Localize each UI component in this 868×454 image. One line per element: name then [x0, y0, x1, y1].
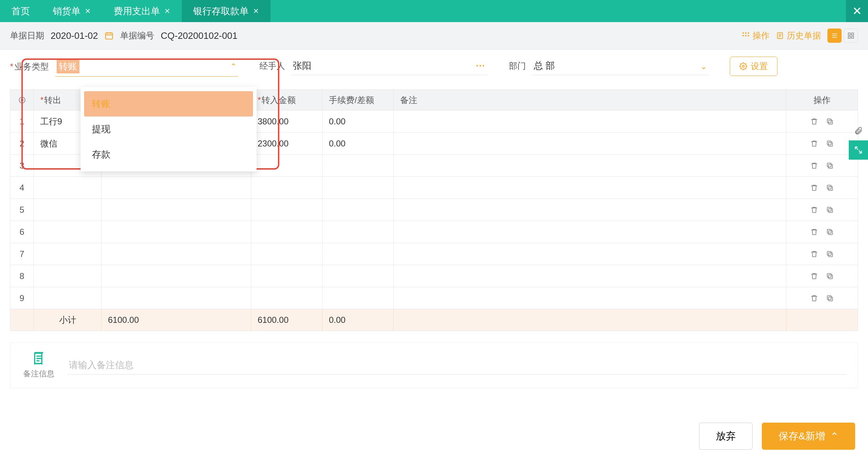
- cell-in-amount[interactable]: 2300.00: [251, 133, 322, 154]
- delete-row-icon[interactable]: [810, 272, 818, 280]
- cell-fee[interactable]: [322, 265, 394, 287]
- cell-fee[interactable]: [322, 177, 394, 198]
- cell-out-amount[interactable]: [102, 287, 251, 309]
- cell-fee[interactable]: [322, 155, 394, 176]
- attachment-icon[interactable]: [849, 121, 868, 140]
- copy-row-icon[interactable]: [826, 140, 834, 148]
- copy-row-icon[interactable]: [826, 206, 834, 214]
- dropdown-option-withdraw[interactable]: 提现: [84, 117, 253, 142]
- cell-in-amount[interactable]: [251, 221, 322, 243]
- svg-rect-24: [827, 207, 831, 211]
- tab-bank-transfer[interactable]: 银行存取款单✕: [182, 0, 270, 22]
- delete-row-icon[interactable]: [810, 294, 818, 302]
- chevron-up-icon: ⌃: [230, 62, 237, 71]
- cell-out-amount[interactable]: [102, 199, 251, 221]
- history-button[interactable]: 历史单据: [776, 30, 821, 41]
- cell-remark[interactable]: [394, 110, 786, 132]
- cell-in-amount[interactable]: [251, 287, 322, 309]
- copy-row-icon[interactable]: [826, 228, 834, 236]
- copy-row-icon[interactable]: [826, 118, 834, 125]
- column-config-button[interactable]: [10, 90, 34, 110]
- save-add-button[interactable]: 保存&新增⌃: [762, 423, 855, 450]
- calendar-icon[interactable]: [104, 31, 114, 40]
- cell-fee[interactable]: [322, 287, 394, 309]
- close-all-button[interactable]: ✕: [846, 0, 868, 22]
- settings-button[interactable]: 设置: [730, 57, 777, 76]
- cell-in-amount[interactable]: [251, 265, 322, 287]
- copy-row-icon[interactable]: [826, 250, 834, 258]
- cell-out-account[interactable]: [34, 177, 102, 198]
- delete-row-icon[interactable]: [810, 206, 818, 214]
- copy-row-icon[interactable]: [826, 162, 834, 170]
- svg-point-14: [19, 97, 25, 103]
- cell-fee[interactable]: [322, 199, 394, 221]
- cell-fee[interactable]: 0.00: [322, 110, 394, 132]
- tab-home[interactable]: 首页: [0, 0, 41, 22]
- handler-select[interactable]: 张阳 ⋯: [291, 57, 487, 75]
- cell-out-account[interactable]: [34, 221, 102, 243]
- close-icon[interactable]: ✕: [164, 7, 170, 15]
- docno-label: 单据编号: [120, 30, 154, 41]
- delete-row-icon[interactable]: [810, 140, 818, 148]
- copy-row-icon[interactable]: [826, 272, 834, 280]
- copy-row-icon[interactable]: [826, 294, 834, 302]
- footer: 放弃 保存&新增⌃: [0, 418, 868, 454]
- copy-row-icon[interactable]: [826, 184, 834, 192]
- cell-out-amount[interactable]: [102, 243, 251, 265]
- cell-out-amount[interactable]: [102, 221, 251, 243]
- cell-out-amount[interactable]: [102, 265, 251, 287]
- settings-label: 设置: [751, 61, 768, 72]
- cell-fee[interactable]: [322, 243, 394, 265]
- row-index: 7: [10, 243, 34, 265]
- cell-remark[interactable]: [394, 133, 786, 154]
- cell-remark[interactable]: [394, 265, 786, 287]
- remark-input[interactable]: [67, 356, 847, 375]
- dropdown-option-transfer[interactable]: 转账: [84, 91, 253, 117]
- tab-expense[interactable]: 费用支出单✕: [102, 0, 182, 22]
- cell-remark[interactable]: [394, 155, 786, 176]
- cell-in-amount[interactable]: [251, 199, 322, 221]
- cell-in-amount[interactable]: 3800.00: [251, 110, 322, 132]
- date-value[interactable]: 2020-01-02: [51, 30, 98, 41]
- cell-in-amount[interactable]: [251, 177, 322, 198]
- tab-label: 银行存取款单: [193, 5, 249, 17]
- svg-rect-11: [852, 36, 854, 38]
- cell-remark[interactable]: [394, 243, 786, 265]
- handler-value: 张阳: [293, 60, 311, 72]
- close-icon[interactable]: ✕: [85, 7, 91, 15]
- cell-fee[interactable]: [322, 221, 394, 243]
- cell-out-account[interactable]: [34, 199, 102, 221]
- close-icon[interactable]: ✕: [253, 7, 259, 15]
- svg-point-13: [21, 99, 23, 101]
- view-grid-button[interactable]: [844, 29, 858, 43]
- cell-remark[interactable]: [394, 287, 786, 309]
- expand-icon[interactable]: [849, 140, 868, 160]
- tab-sales[interactable]: 销货单✕: [41, 0, 102, 22]
- delete-row-icon[interactable]: [810, 250, 818, 258]
- dept-select[interactable]: 总 部 ⌃: [532, 57, 708, 75]
- delete-row-icon[interactable]: [810, 118, 818, 125]
- view-list-button[interactable]: [827, 29, 842, 43]
- biz-type-select[interactable]: 转账 ⌃: [55, 57, 238, 77]
- delete-row-icon[interactable]: [810, 162, 818, 170]
- subtotal-in-amt: 6100.00: [251, 309, 322, 331]
- delete-row-icon[interactable]: [810, 228, 818, 236]
- cell-out-account[interactable]: [34, 287, 102, 309]
- delete-row-icon[interactable]: [810, 184, 818, 192]
- svg-rect-20: [827, 163, 831, 167]
- history-label: 历史单据: [787, 30, 821, 41]
- biz-type-label: *业务类型: [10, 61, 49, 72]
- cell-remark[interactable]: [394, 199, 786, 221]
- cell-in-amount[interactable]: [251, 155, 322, 176]
- cell-out-account[interactable]: [34, 265, 102, 287]
- cell-remark[interactable]: [394, 177, 786, 198]
- dropdown-option-deposit[interactable]: 存款: [84, 142, 253, 167]
- cell-ops: [786, 243, 858, 265]
- cell-out-account[interactable]: [34, 243, 102, 265]
- cell-in-amount[interactable]: [251, 243, 322, 265]
- discard-button[interactable]: 放弃: [699, 423, 753, 450]
- cell-out-amount[interactable]: [102, 177, 251, 198]
- cell-fee[interactable]: 0.00: [322, 133, 394, 154]
- operations-button[interactable]: 操作: [742, 30, 770, 41]
- cell-remark[interactable]: [394, 221, 786, 243]
